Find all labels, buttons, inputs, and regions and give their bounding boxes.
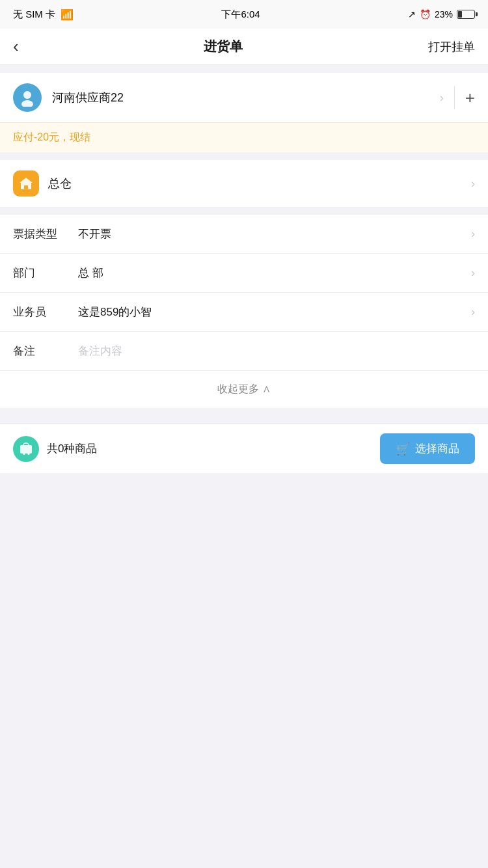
remark-label: 备注 [13,344,65,359]
department-chevron-icon: › [471,266,475,280]
status-bar: 无 SIM 卡 📶 下午6:04 ↗ ⏰ 23% [0,0,488,29]
add-supplier-button[interactable]: + [465,88,475,108]
svg-marker-3 [20,178,33,183]
ticket-type-row[interactable]: 票据类型 不开票 › [0,215,488,253]
notice-text: 应付-20元，现结 [13,131,90,142]
carrier-text: 无 SIM 卡 [13,8,55,21]
alarm-icon: ⏰ [420,9,431,20]
svg-rect-4 [24,185,28,189]
select-product-icon: 🛒 [396,442,410,456]
cart-icon [19,442,33,456]
svg-point-6 [23,453,25,455]
select-product-label: 选择商品 [415,441,459,456]
sales-rep-value: 这是859的小智 [78,305,471,319]
cart-icon-container [13,436,39,462]
form-section: 票据类型 不开票 › 部门 总 部 › 业务员 这是859的小智 › 备注 备注… [0,215,488,408]
nav-bar: ‹ 进货单 打开挂单 [0,29,488,65]
status-right: ↗ ⏰ 23% [408,9,475,20]
sales-rep-row[interactable]: 业务员 这是859的小智 › [0,292,488,331]
notice-banner: 应付-20元，现结 [0,122,488,152]
status-time: 下午6:04 [221,8,260,21]
section-gap-1 [0,65,488,73]
supplier-section: 河南供应商22 › + 应付-20元，现结 [0,73,488,152]
location-icon: ↗ [408,9,416,20]
page-title: 进货单 [204,38,243,55]
ticket-type-label: 票据类型 [13,226,65,241]
section-gap-3 [0,207,488,215]
svg-point-1 [21,100,33,107]
svg-point-0 [23,91,31,99]
ticket-type-value: 不开票 [78,226,471,241]
supplier-avatar [13,83,42,112]
sales-rep-chevron-icon: › [471,305,475,319]
ticket-type-chevron-icon: › [471,227,475,241]
status-carrier: 无 SIM 卡 📶 [13,8,74,21]
remark-row[interactable]: 备注 备注内容 [0,331,488,370]
warehouse-svg-icon [19,176,33,191]
sales-rep-label: 业务员 [13,305,65,319]
collapse-button[interactable]: 收起更多 ∧ [0,370,488,408]
department-value: 总 部 [78,265,471,280]
warehouse-name: 总仓 [48,176,471,191]
supplier-name: 河南供应商22 [52,90,440,105]
open-pending-button[interactable]: 打开挂单 [428,39,475,55]
warehouse-icon [13,170,39,197]
battery-icon [457,10,475,19]
wifi-icon: 📶 [61,8,74,21]
section-gap-2 [0,152,488,160]
battery-text: 23% [435,9,453,20]
vertical-divider [454,86,455,109]
department-row[interactable]: 部门 总 部 › [0,253,488,292]
warehouse-chevron-icon: › [471,177,475,191]
supplier-row[interactable]: 河南供应商22 › + [0,73,488,122]
bottom-fill [0,473,488,668]
back-button[interactable]: ‹ [13,31,19,62]
svg-rect-5 [20,445,32,454]
select-product-button[interactable]: 🛒 选择商品 [380,433,475,464]
warehouse-row[interactable]: 总仓 › [0,160,488,207]
remark-input[interactable]: 备注内容 [78,344,475,359]
supplier-chevron-icon: › [440,91,444,105]
footer-bar: 共0种商品 🛒 选择商品 [0,424,488,473]
product-count-label: 共0种商品 [47,441,380,456]
user-icon [18,88,36,107]
department-label: 部门 [13,265,65,280]
collapse-label: 收起更多 ∧ [217,383,270,394]
section-gap-4 [0,408,488,416]
svg-point-7 [28,453,30,455]
warehouse-section: 总仓 › [0,160,488,207]
